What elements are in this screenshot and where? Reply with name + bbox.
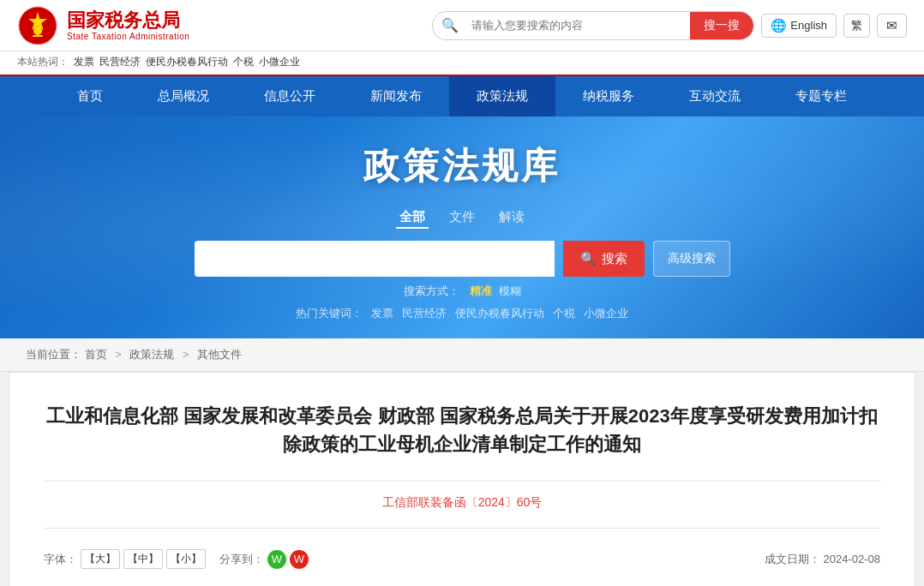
article-title: 工业和信息化部 国家发展和改革委员会 财政部 国家税务总局关于开展2023年度享… [44, 393, 880, 467]
mode-fuzzy[interactable]: 模糊 [499, 284, 521, 299]
banner-advanced-search-button[interactable]: 高级搜索 [653, 241, 730, 277]
nav-news[interactable]: 新闻发布 [343, 76, 449, 117]
svg-point-3 [33, 27, 42, 35]
date-value: 2024-02-08 [824, 553, 881, 565]
font-label: 字体： [44, 552, 77, 567]
banner-search-icon: 🔍 [580, 251, 597, 266]
breadcrumb: 当前位置： 首页 > 政策法规 > 其他文件 [0, 338, 924, 372]
nav-overview[interactable]: 总局概况 [130, 76, 237, 117]
navbar: 首页 总局概况 信息公开 新闻发布 政策法规 纳税服务 互动交流 专题专栏 [0, 76, 924, 117]
date-label: 成文日期： [765, 553, 820, 565]
nav-special[interactable]: 专题专栏 [768, 76, 874, 117]
mail-button[interactable]: ✉ [877, 14, 907, 38]
breadcrumb-prefix: 当前位置： [26, 348, 81, 361]
hot-search-bar: 本站热词： 发票 民营经济 便民办税春风行动 个税 小微企业 [0, 51, 924, 76]
share-weibo-button[interactable]: W [290, 550, 309, 569]
banner-tab-file[interactable]: 文件 [446, 207, 478, 229]
language-button[interactable]: 🌐 English [761, 14, 837, 38]
content-area: 工业和信息化部 国家发展和改革委员会 财政部 国家税务总局关于开展2023年度享… [9, 372, 915, 586]
banner-title: 政策法规库 [17, 142, 907, 190]
nav-interact[interactable]: 互动交流 [662, 76, 768, 117]
breadcrumb-home[interactable]: 首页 [85, 348, 107, 361]
hot-kw-bianmin[interactable]: 便民办税春风行动 [455, 306, 544, 321]
nav-policy[interactable]: 政策法规 [449, 76, 555, 117]
logo-cn: 国家税务总局 [67, 9, 189, 32]
hot-kw-geshui[interactable]: 个税 [553, 306, 575, 321]
hot-keywords-row: 热门关键词： 发票 民营经济 便民办税春风行动 个税 小微企业 [17, 306, 907, 321]
article-doc-no[interactable]: 工信部联装备函〔2024〕60号 [44, 495, 880, 511]
logo-text: 国家税务总局 State Taxation Administration [67, 9, 189, 41]
font-control: 字体： 【大】 【中】 【小】 分享到： W W [44, 549, 309, 569]
banner-tab-all[interactable]: 全部 [396, 207, 429, 229]
hot-kw-xiaowei[interactable]: 小微企业 [584, 306, 628, 321]
search-icon: 🔍 [433, 17, 467, 33]
mode-precise[interactable]: 精准 [470, 284, 492, 299]
globe-icon: 🌐 [771, 18, 787, 33]
font-mid-button[interactable]: 【中】 [123, 549, 163, 569]
article-meta: 字体： 【大】 【中】 【小】 分享到： W W 成文日期： 2024-02-0… [44, 542, 880, 576]
header-search-bar: 🔍 搜一搜 [432, 11, 754, 40]
mode-label: 搜索方式： [404, 284, 459, 299]
banner: 政策法规库 全部 文件 解读 🔍 搜索 高级搜索 搜索方式： 精准 模糊 热门关… [0, 117, 924, 338]
logo-area: 国家税务总局 State Taxation Administration [17, 5, 189, 46]
share-wechat-button[interactable]: W [267, 550, 286, 569]
hot-link-xiaoweiqiye[interactable]: 小微企业 [259, 55, 300, 69]
breadcrumb-current: 其他文件 [197, 348, 242, 361]
article-divider-bottom [44, 528, 880, 529]
header-search-button[interactable]: 搜一搜 [690, 11, 753, 40]
hot-bar-label: 本站热词： [17, 55, 69, 69]
logo-en: State Taxation Administration [67, 32, 189, 41]
banner-tabs: 全部 文件 解读 [17, 207, 907, 229]
hot-link-minyingjingji[interactable]: 民营经济 [99, 55, 141, 69]
banner-search-row: 🔍 搜索 高级搜索 [17, 241, 907, 277]
header-right: 🔍 搜一搜 🌐 English 繁 ✉ [432, 11, 907, 40]
hot-kw-minyingjingji[interactable]: 民营经济 [402, 306, 447, 321]
search-mode-row: 搜索方式： 精准 模糊 [17, 284, 907, 299]
logo-emblem [17, 5, 58, 46]
banner-search-button[interactable]: 🔍 搜索 [563, 241, 645, 277]
banner-search-input[interactable] [195, 241, 555, 277]
share-label: 分享到： [219, 552, 264, 567]
header-search-input[interactable] [467, 19, 690, 32]
header: 国家税务总局 State Taxation Administration 🔍 搜… [0, 0, 924, 51]
svg-rect-4 [33, 35, 43, 37]
hot-kw-fapiao[interactable]: 发票 [371, 306, 393, 321]
hot-keywords-label: 热门关键词： [296, 306, 363, 321]
article-divider-top [44, 481, 880, 481]
breadcrumb-sep-1: > [115, 348, 124, 361]
hot-link-bianbanshuixin[interactable]: 便民办税春风行动 [146, 55, 228, 69]
language-label: English [790, 19, 827, 32]
hot-link-fapiao[interactable]: 发票 [74, 55, 94, 69]
article-date: 成文日期： 2024-02-08 [765, 552, 880, 567]
nav-info[interactable]: 信息公开 [237, 76, 343, 117]
traditional-chinese-button[interactable]: 繁 [843, 14, 870, 38]
font-small-button[interactable]: 【小】 [166, 549, 206, 569]
banner-tab-interpret[interactable]: 解读 [495, 207, 528, 229]
font-large-button[interactable]: 【大】 [81, 549, 120, 569]
breadcrumb-sep-2: > [183, 348, 192, 361]
hot-link-geshui[interactable]: 个税 [233, 55, 254, 69]
banner-search-label: 搜索 [602, 251, 627, 267]
breadcrumb-policy[interactable]: 政策法规 [129, 348, 174, 361]
nav-tax-service[interactable]: 纳税服务 [555, 76, 662, 117]
nav-home[interactable]: 首页 [50, 76, 130, 117]
